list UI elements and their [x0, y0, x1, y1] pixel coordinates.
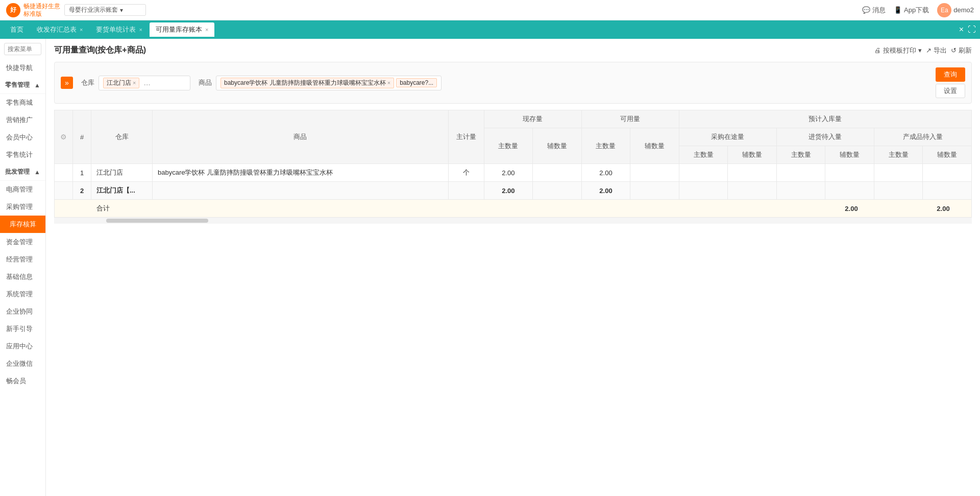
sidebar-item-system[interactable]: 系统管理	[0, 286, 45, 303]
warehouse-input[interactable]: 江北门店 × ...	[99, 76, 190, 90]
sidebar-item-retail-shop[interactable]: 零售商城	[0, 94, 45, 111]
sidebar-item-purchase[interactable]: 采购管理	[0, 198, 45, 216]
query-button[interactable]: 查询	[936, 67, 965, 82]
cell-available-main-qty: 2.00	[581, 164, 630, 182]
cell-production-pending-main	[874, 164, 923, 182]
sidebar-item-retail-stats[interactable]: 零售统计	[0, 146, 45, 163]
cell-production-pending-aux	[923, 164, 972, 182]
content-area: 可用量查询(按仓库+商品) 🖨 按模板打印 ▾ ↗ 导出 ↺ 刷新	[46, 39, 980, 496]
refresh-btn[interactable]: ↺ 刷新	[951, 46, 972, 55]
tab-receipts[interactable]: 收发存汇总表 ×	[31, 22, 89, 37]
sidebar-item-basics[interactable]: 基础信息	[0, 268, 45, 286]
top-bar-right: 💬 消息 📱 App下载 Ea demo2	[862, 3, 974, 17]
message-btn[interactable]: 💬 消息	[862, 6, 886, 15]
close-tab-receipts[interactable]: ×	[80, 27, 83, 33]
cell-production-pending-aux-group	[923, 182, 972, 200]
warehouse-filter-group: 仓库 江北门店 × ...	[81, 76, 190, 90]
filter-expand-btn[interactable]: »	[61, 77, 73, 89]
sidebar-item-member[interactable]: 畅会员	[0, 372, 45, 390]
th-purchase-main: 主数量	[679, 146, 728, 164]
sidebar-item-wholesale[interactable]: 批发管理 ▲	[0, 163, 45, 181]
scrollbar-thumb[interactable]	[106, 219, 208, 223]
close-tab-requisition[interactable]: ×	[139, 27, 142, 33]
product-input[interactable]: babycare学饮杯 儿童防摔防撞吸管杯重力球吸嘴杯宝宝水杯 × babyca…	[216, 76, 442, 90]
template-print-btn[interactable]: 🖨 按模板打印 ▾	[874, 46, 922, 55]
sidebar-item-wechat[interactable]: 企业微信	[0, 355, 45, 372]
product-tag-0: babycare学饮杯 儿童防摔防撞吸管杯重力球吸嘴杯宝宝水杯 ×	[220, 78, 394, 88]
cell-available-aux-qty	[630, 164, 679, 182]
sidebar-item-retail[interactable]: 零售管理 ▲	[0, 77, 45, 94]
chevron-down-icon: ▾	[120, 7, 123, 14]
search-input[interactable]	[4, 43, 41, 55]
cell-production-pending-main-group	[874, 182, 923, 200]
table-row: 1 江北门店 babycare学饮杯 儿童防摔防撞吸管杯重力球吸嘴杯宝宝水杯 个…	[55, 164, 972, 182]
tab-available[interactable]: 可用量库存账本 ×	[150, 22, 214, 37]
nav-tabs-actions: × ⛶	[959, 25, 976, 34]
filter-actions: 查询 设置	[936, 67, 965, 98]
cell-current-main-qty: 2.00	[484, 164, 533, 182]
sidebar-item-quicknav[interactable]: 快捷导航	[0, 59, 45, 77]
th-current-main-qty: 主数量	[484, 128, 533, 164]
footer-label: 合计	[96, 204, 158, 213]
chevron-icon: ▲	[34, 82, 40, 89]
cell-main-unit-group	[448, 182, 484, 200]
th-current-aux-qty: 辅数量	[533, 128, 582, 164]
data-table-wrap: ⚙ # 仓库 商品 主计量 现存量 可用量 预计入库量 主数量 辅	[54, 110, 972, 224]
th-inbound-main: 主数量	[776, 146, 825, 164]
download-icon: 📱	[894, 6, 902, 14]
app-download-btn[interactable]: 📱 App下载	[894, 6, 929, 15]
logo-area: 好 畅捷通好生意 标准版	[6, 3, 60, 17]
tab-home[interactable]: 首页	[4, 22, 30, 37]
footer-sum: 合计 2.00 2.00	[54, 199, 972, 218]
footer-current-main: 2.00	[828, 205, 874, 212]
sidebar-item-members[interactable]: 会员中心	[0, 129, 45, 146]
nav-tabs: 首页 收发存汇总表 × 要货单统计表 × 可用量库存账本 × × ⛶	[0, 20, 980, 39]
sidebar-item-newguide[interactable]: 新手引导	[0, 320, 45, 338]
sidebar-item-operations[interactable]: 经营管理	[0, 251, 45, 268]
cell-inbound-pending-main	[776, 164, 825, 182]
cell-product: babycare学饮杯 儿童防摔防撞吸管杯重力球吸嘴杯宝宝水杯	[153, 164, 449, 182]
close-all-tabs[interactable]: ×	[959, 25, 964, 34]
sidebar-item-inventory[interactable]: 库存核算	[0, 216, 45, 233]
th-inbound-pending: 进货待入量	[776, 128, 874, 146]
cell-current-aux-qty	[533, 164, 582, 182]
org-selector[interactable]: 母婴行业演示账套 ▾	[64, 4, 146, 16]
sidebar-item-finance[interactable]: 资金管理	[0, 233, 45, 251]
message-icon: 💬	[862, 6, 870, 14]
sidebar-search-area	[0, 39, 45, 59]
th-warehouse: 仓库	[91, 110, 153, 164]
remove-warehouse-tag[interactable]: ×	[133, 80, 136, 86]
th-available-aux-qty: 辅数量	[630, 128, 679, 164]
th-product: 商品	[153, 110, 449, 164]
cell-purchase-in-transit-main-group	[679, 182, 728, 200]
setting-button[interactable]: 设置	[936, 84, 965, 98]
sidebar-item-enterprise[interactable]: 企业协同	[0, 303, 45, 320]
th-main-unit: 主计量	[448, 110, 484, 164]
cell-current-aux-qty-group	[533, 182, 582, 200]
export-icon: ↗	[926, 46, 932, 54]
scrollbar-area	[54, 218, 972, 224]
tab-requisition[interactable]: 要货单统计表 ×	[90, 22, 148, 37]
fullscreen-btn[interactable]: ⛶	[968, 25, 976, 34]
sidebar-item-ecommerce[interactable]: 电商管理	[0, 181, 45, 198]
close-tab-available[interactable]: ×	[205, 27, 208, 33]
print-icon: 🖨	[874, 46, 881, 54]
main-layout: 快捷导航 零售管理 ▲ 零售商城 营销推广 会员中心 零售统计 批发管理 ▲ 电…	[0, 39, 980, 496]
th-current-stock: 现存量	[484, 110, 581, 128]
data-table: ⚙ # 仓库 商品 主计量 现存量 可用量 预计入库量 主数量 辅	[54, 110, 972, 200]
warehouse-tag-0: 江北门店 ×	[103, 78, 139, 88]
sidebar-item-marketing[interactable]: 营销推广	[0, 111, 45, 129]
refresh-icon: ↺	[951, 46, 957, 54]
remove-product-tag-0[interactable]: ×	[387, 80, 390, 86]
th-production-pending: 产成品待入量	[874, 128, 971, 146]
cell-gear-group	[55, 182, 73, 200]
top-bar-left: 好 畅捷通好生意 标准版 母婴行业演示账套 ▾	[6, 3, 146, 17]
export-btn[interactable]: ↗ 导出	[926, 46, 947, 55]
th-index: #	[73, 110, 91, 164]
top-bar: 好 畅捷通好生意 标准版 母婴行业演示账套 ▾ 💬 消息 📱 App下载 Ea …	[0, 0, 980, 20]
product-filter-group: 商品 babycare学饮杯 儿童防摔防撞吸管杯重力球吸嘴杯宝宝水杯 × bab…	[199, 76, 442, 90]
user-profile[interactable]: Ea demo2	[937, 3, 974, 17]
sidebar-item-appcenter[interactable]: 应用中心	[0, 338, 45, 355]
gear-icon[interactable]: ⚙	[60, 133, 67, 141]
warehouse-more[interactable]: ...	[141, 78, 152, 87]
